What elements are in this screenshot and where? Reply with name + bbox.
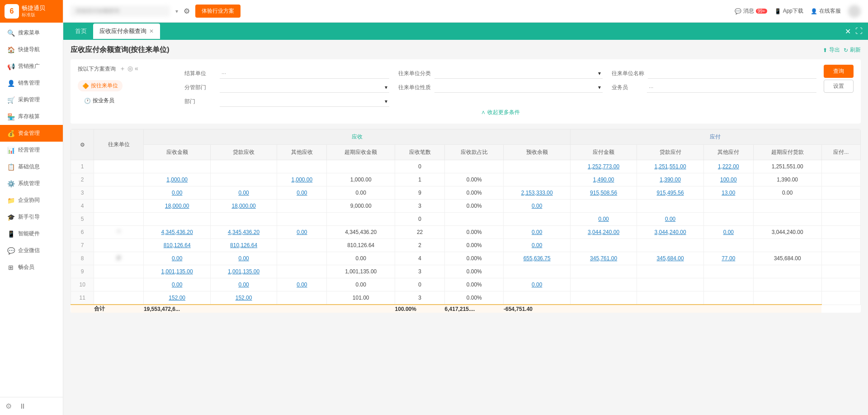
sidebar-item-wechat[interactable]: 💬企业微信 xyxy=(0,242,63,259)
user-avatar[interactable] xyxy=(848,5,861,18)
table-cell[interactable] xyxy=(504,160,570,173)
table-cell[interactable]: 0.00 xyxy=(570,213,637,226)
table-cell[interactable]: 810,126.64 xyxy=(210,239,277,252)
table-cell[interactable]: 18,000.00 xyxy=(210,200,277,213)
chevron-down-icon[interactable]: ▾ xyxy=(175,8,178,14)
table-cell[interactable]: 18,000.00 xyxy=(144,200,210,213)
table-cell[interactable]: 0.00 xyxy=(277,226,327,239)
filter-name-input[interactable] xyxy=(648,68,816,79)
table-cell[interactable]: 810,126.64 xyxy=(144,239,210,252)
sidebar-item-finance[interactable]: 💰资金管理 xyxy=(0,125,63,142)
table-cell[interactable] xyxy=(637,200,703,213)
table-cell[interactable] xyxy=(570,200,637,213)
table-cell[interactable] xyxy=(637,278,703,291)
sidebar-item-search-menu[interactable]: 🔍搜索菜单 xyxy=(0,24,63,41)
filter-dept-input[interactable]: ▾ xyxy=(220,82,389,93)
table-cell[interactable]: 345,684.00 xyxy=(637,252,703,265)
table-cell[interactable] xyxy=(570,265,637,278)
sidebar-item-collab[interactable]: 📁企业协同 xyxy=(0,192,63,209)
table-cell[interactable]: 152.00 xyxy=(210,291,277,305)
table-cell[interactable] xyxy=(570,278,637,291)
col-settings[interactable]: ⚙ xyxy=(71,129,94,160)
table-cell[interactable] xyxy=(144,213,210,226)
table-cell[interactable] xyxy=(703,200,753,213)
table-cell[interactable] xyxy=(277,213,327,226)
table-cell[interactable] xyxy=(703,278,753,291)
filter-nature-input[interactable]: ▾ xyxy=(434,82,603,93)
table-cell[interactable] xyxy=(570,239,637,252)
app-download-item[interactable]: 📱 App下载 xyxy=(774,7,803,15)
table-cell[interactable]: 915,495.56 xyxy=(637,186,703,200)
sidebar-item-basic[interactable]: 📋基础信息 xyxy=(0,158,63,175)
setting-button[interactable]: 设置 xyxy=(824,80,854,93)
table-cell[interactable] xyxy=(570,291,637,305)
table-cell[interactable]: 1,000.00 xyxy=(277,173,327,186)
table-cell[interactable] xyxy=(703,213,753,226)
maximize-icon[interactable]: ⛶ xyxy=(855,27,863,36)
table-cell[interactable]: 3,044,240.00 xyxy=(570,226,637,239)
settings-icon[interactable]: ⚙ xyxy=(5,402,12,410)
sidebar-item-inventory[interactable]: 🏪库存核算 xyxy=(0,108,63,125)
table-cell[interactable]: 152.00 xyxy=(144,291,210,305)
table-cell[interactable] xyxy=(504,213,570,226)
table-cell[interactable]: 0.00 xyxy=(504,200,570,213)
table-cell[interactable] xyxy=(277,252,327,265)
table-cell[interactable]: 0.00 xyxy=(210,186,277,200)
table-cell[interactable]: 0.00 xyxy=(144,278,210,291)
table-cell[interactable] xyxy=(637,265,703,278)
sidebar-item-marketing[interactable]: 📢营销推广 xyxy=(0,58,63,75)
filter-settlement-input[interactable]: ··· xyxy=(220,68,389,79)
filter-section-input[interactable]: ▾ xyxy=(220,96,389,107)
table-cell[interactable]: 0.00 xyxy=(210,278,277,291)
table-cell[interactable]: 77.00 xyxy=(703,252,753,265)
table-cell[interactable] xyxy=(703,239,753,252)
filter-category-input[interactable]: ▾ xyxy=(434,68,603,79)
sidebar-item-hardware[interactable]: 📱智能硬件 xyxy=(0,225,63,242)
collapse-more-btn[interactable]: ∧ 收起更多条件 xyxy=(184,107,816,118)
collapse-icon[interactable]: ⏸ xyxy=(19,402,26,410)
table-cell[interactable] xyxy=(277,160,327,173)
settings-circle-icon[interactable]: ◎ xyxy=(127,65,133,73)
table-cell[interactable] xyxy=(277,200,327,213)
add-icon[interactable]: ＋ xyxy=(119,65,126,73)
nav-by-partner[interactable]: 🔶 按往来单位 xyxy=(78,80,123,91)
sidebar-item-sales[interactable]: 👤销售管理 xyxy=(0,75,63,91)
export-button[interactable]: ⬆ 导出 xyxy=(823,46,840,54)
table-cell[interactable] xyxy=(210,173,277,186)
sidebar-item-system[interactable]: ⚙️系统管理 xyxy=(0,175,63,192)
filter-sales-input[interactable]: ··· xyxy=(647,82,816,93)
sidebar-item-operation[interactable]: 📊经营管理 xyxy=(0,142,63,158)
table-cell[interactable] xyxy=(277,239,327,252)
tab-home[interactable]: 首页 xyxy=(69,24,93,39)
sidebar-item-guide[interactable]: 🎓新手引导 xyxy=(0,209,63,225)
tab-balance-query[interactable]: 应收应付余额查询 ✕ xyxy=(93,24,160,39)
table-cell[interactable] xyxy=(504,173,570,186)
table-cell[interactable]: 0.00 xyxy=(703,226,753,239)
table-cell[interactable]: 0.00 xyxy=(210,252,277,265)
table-cell[interactable]: 13.00 xyxy=(703,186,753,200)
table-cell[interactable] xyxy=(144,160,210,173)
table-cell[interactable]: 1,490.00 xyxy=(570,173,637,186)
table-cell[interactable]: 0.00 xyxy=(144,186,210,200)
table-cell[interactable] xyxy=(504,291,570,305)
table-cell[interactable]: 1,222.00 xyxy=(703,160,753,173)
table-cell[interactable]: 0.00 xyxy=(277,278,327,291)
table-cell[interactable]: 1,390.00 xyxy=(637,173,703,186)
table-cell[interactable] xyxy=(703,265,753,278)
sidebar-item-quick-nav[interactable]: 🏠快捷导航 xyxy=(0,41,63,58)
close-window-icon[interactable]: ✕ xyxy=(845,27,851,36)
table-cell[interactable]: 0.00 xyxy=(637,213,703,226)
table-cell[interactable] xyxy=(504,265,570,278)
table-cell[interactable] xyxy=(703,291,753,305)
query-button[interactable]: 查询 xyxy=(824,65,854,78)
table-cell[interactable]: 4,345,436.20 xyxy=(144,226,210,239)
table-cell[interactable]: 1,001,135.00 xyxy=(210,265,277,278)
message-item[interactable]: 💬 消息 99+ xyxy=(735,7,767,15)
table-cell[interactable]: 1,000.00 xyxy=(144,173,210,186)
table-cell[interactable]: 655,636.75 xyxy=(504,252,570,265)
table-cell[interactable]: 0.00 xyxy=(504,278,570,291)
table-cell[interactable]: 2,153,333.00 xyxy=(504,186,570,200)
table-cell[interactable] xyxy=(210,160,277,173)
tab-close-icon[interactable]: ✕ xyxy=(149,28,154,34)
table-cell[interactable] xyxy=(277,265,327,278)
